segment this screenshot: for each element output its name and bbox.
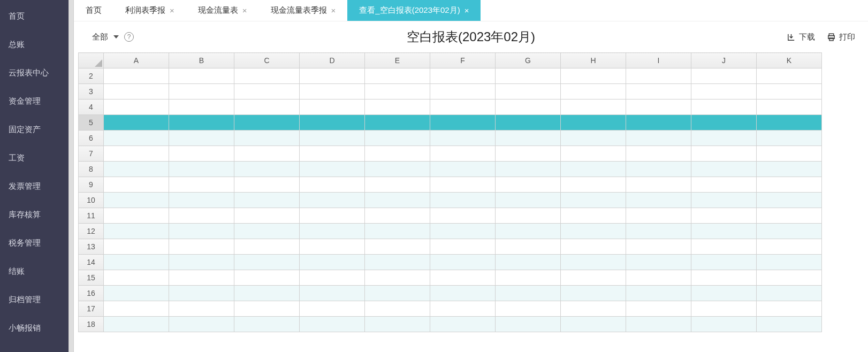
cell[interactable] bbox=[104, 239, 169, 255]
row-header[interactable]: 16 bbox=[79, 286, 104, 301]
column-header[interactable]: C bbox=[234, 53, 300, 68]
row-header[interactable]: 12 bbox=[79, 224, 104, 239]
cell[interactable] bbox=[496, 317, 561, 332]
cell[interactable] bbox=[104, 224, 169, 239]
cell[interactable] bbox=[104, 115, 169, 131]
row-header[interactable]: 10 bbox=[79, 193, 104, 208]
cell[interactable] bbox=[691, 100, 757, 115]
row-header[interactable]: 3 bbox=[79, 84, 104, 100]
cell[interactable] bbox=[626, 208, 691, 224]
cell[interactable] bbox=[691, 208, 757, 224]
column-header[interactable]: B bbox=[169, 53, 234, 68]
cell[interactable] bbox=[169, 193, 234, 208]
cell[interactable] bbox=[234, 131, 300, 146]
cell[interactable] bbox=[365, 115, 430, 131]
cell[interactable] bbox=[757, 131, 822, 146]
sidebar-item[interactable]: 云报表中心 bbox=[0, 59, 68, 87]
cell[interactable] bbox=[757, 255, 822, 270]
cell[interactable] bbox=[169, 68, 234, 84]
cell[interactable] bbox=[691, 68, 757, 84]
cell[interactable] bbox=[626, 239, 691, 255]
cell[interactable] bbox=[757, 301, 822, 317]
cell[interactable] bbox=[430, 255, 496, 270]
cell[interactable] bbox=[561, 115, 626, 131]
row-header[interactable]: 9 bbox=[79, 177, 104, 193]
cell[interactable] bbox=[496, 115, 561, 131]
cell[interactable] bbox=[496, 162, 561, 177]
cell[interactable] bbox=[757, 68, 822, 84]
sidebar-scroll-gutter[interactable] bbox=[68, 0, 74, 352]
sidebar-item[interactable]: 发票管理 bbox=[0, 172, 68, 201]
cell[interactable] bbox=[169, 162, 234, 177]
cell[interactable] bbox=[496, 301, 561, 317]
cell[interactable] bbox=[626, 286, 691, 301]
cell[interactable] bbox=[365, 224, 430, 239]
close-icon[interactable]: × bbox=[465, 6, 469, 14]
cell[interactable] bbox=[757, 100, 822, 115]
filter-dropdown[interactable]: 全部 ? bbox=[92, 32, 134, 42]
cell[interactable] bbox=[365, 208, 430, 224]
cell[interactable] bbox=[169, 84, 234, 100]
cell[interactable] bbox=[430, 301, 496, 317]
cell[interactable] bbox=[626, 115, 691, 131]
cell[interactable] bbox=[691, 286, 757, 301]
row-header[interactable]: 15 bbox=[79, 270, 104, 286]
download-button[interactable]: 下载 bbox=[787, 32, 815, 42]
cell[interactable] bbox=[300, 239, 365, 255]
cell[interactable] bbox=[234, 146, 300, 162]
cell[interactable] bbox=[496, 131, 561, 146]
cell[interactable] bbox=[430, 162, 496, 177]
cell[interactable] bbox=[234, 239, 300, 255]
cell[interactable] bbox=[757, 193, 822, 208]
cell[interactable] bbox=[300, 115, 365, 131]
cell[interactable] bbox=[496, 224, 561, 239]
cell[interactable] bbox=[561, 208, 626, 224]
cell[interactable] bbox=[365, 239, 430, 255]
cell[interactable] bbox=[626, 131, 691, 146]
cell[interactable] bbox=[561, 162, 626, 177]
cell[interactable] bbox=[757, 286, 822, 301]
cell[interactable] bbox=[300, 162, 365, 177]
cell[interactable] bbox=[365, 131, 430, 146]
sidebar-item[interactable]: 小畅报销 bbox=[0, 314, 68, 342]
sidebar-item[interactable]: 工资 bbox=[0, 144, 68, 172]
cell[interactable] bbox=[561, 177, 626, 193]
cell[interactable] bbox=[234, 177, 300, 193]
cell[interactable] bbox=[300, 131, 365, 146]
cell[interactable] bbox=[300, 68, 365, 84]
cell[interactable] bbox=[626, 224, 691, 239]
row-header[interactable]: 13 bbox=[79, 239, 104, 255]
cell[interactable] bbox=[169, 224, 234, 239]
tab[interactable]: 现金流量表× bbox=[186, 0, 259, 21]
column-header[interactable]: J bbox=[691, 53, 757, 68]
cell[interactable] bbox=[430, 146, 496, 162]
cell[interactable] bbox=[300, 208, 365, 224]
cell[interactable] bbox=[691, 193, 757, 208]
cell[interactable] bbox=[169, 115, 234, 131]
cell[interactable] bbox=[104, 286, 169, 301]
cell[interactable] bbox=[496, 193, 561, 208]
cell[interactable] bbox=[234, 286, 300, 301]
cell[interactable] bbox=[626, 162, 691, 177]
cell[interactable] bbox=[561, 224, 626, 239]
cell[interactable] bbox=[691, 162, 757, 177]
row-header[interactable]: 7 bbox=[79, 146, 104, 162]
cell[interactable] bbox=[757, 317, 822, 332]
spreadsheet[interactable]: ABCDEFGHIJK23456789101112131415161718 bbox=[74, 52, 868, 352]
close-icon[interactable]: × bbox=[331, 6, 336, 14]
cell[interactable] bbox=[496, 255, 561, 270]
cell[interactable] bbox=[561, 301, 626, 317]
cell[interactable] bbox=[300, 224, 365, 239]
close-icon[interactable]: × bbox=[170, 6, 174, 14]
cell[interactable] bbox=[496, 100, 561, 115]
sidebar-item[interactable]: 总账 bbox=[0, 30, 68, 59]
cell[interactable] bbox=[169, 301, 234, 317]
cell[interactable] bbox=[365, 301, 430, 317]
sidebar-item[interactable]: 结账 bbox=[0, 257, 68, 286]
cell[interactable] bbox=[234, 193, 300, 208]
cell[interactable] bbox=[757, 177, 822, 193]
column-header[interactable]: D bbox=[300, 53, 365, 68]
cell[interactable] bbox=[561, 286, 626, 301]
cell[interactable] bbox=[561, 146, 626, 162]
cell[interactable] bbox=[169, 286, 234, 301]
